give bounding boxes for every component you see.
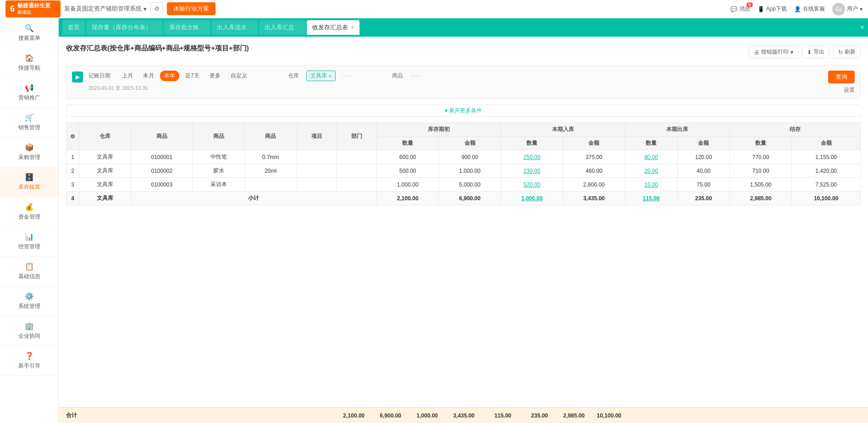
query-button[interactable]: 查询 bbox=[828, 71, 855, 83]
row-out-qty-link[interactable]: 80.00 bbox=[625, 150, 677, 164]
logo-tag: 标准版 bbox=[17, 9, 50, 16]
filter-settings-link[interactable]: 设置 bbox=[844, 86, 855, 94]
user-menu[interactable]: Ea 用户 ▾ bbox=[832, 3, 862, 16]
col-header-closing: 结存 bbox=[730, 123, 860, 137]
sidebar-item-purchase[interactable]: 📦 采购管理 bbox=[0, 137, 58, 167]
settings-button[interactable]: ⚙ bbox=[150, 2, 163, 15]
phone-icon: 📱 bbox=[757, 6, 764, 12]
sidebar-item-system[interactable]: ⚙️ 系统管理 bbox=[0, 286, 58, 316]
sidebar-item-guide[interactable]: ❓ 新手引导 bbox=[0, 346, 58, 376]
expand-more-button[interactable]: ▾ 展开更多条件 bbox=[66, 104, 861, 117]
tab-in-out-summary[interactable]: 出入库汇总 × bbox=[259, 20, 306, 35]
row-open-qty: 500.00 bbox=[377, 164, 439, 178]
subtotal-label: 小计 bbox=[131, 192, 376, 205]
row-in-amt: 375.00 bbox=[563, 150, 625, 164]
purchase-icon: 📦 bbox=[25, 143, 34, 152]
row-no: 3 bbox=[66, 178, 79, 192]
warehouse-label: 仓库 bbox=[288, 72, 299, 80]
row-no: 2 bbox=[66, 164, 79, 178]
trial-button[interactable]: 体验行业方案 bbox=[167, 2, 216, 15]
message-badge: 6 bbox=[746, 2, 753, 7]
date-btn-last-month[interactable]: 上月 bbox=[118, 71, 137, 81]
sidebar-item-quick-nav[interactable]: 🏠 快捷导航 bbox=[0, 48, 58, 78]
sidebar-item-operations[interactable]: 📊 经营管理 bbox=[0, 227, 58, 257]
warehouse-remove-icon[interactable]: × bbox=[329, 73, 332, 79]
sidebar-item-enterprise[interactable]: 🏢 企业协同 bbox=[0, 316, 58, 346]
row-code: 0100001 bbox=[131, 150, 193, 164]
row-dept bbox=[337, 178, 376, 192]
warehouse-more-button[interactable]: ··· bbox=[343, 72, 352, 80]
row-spec bbox=[244, 178, 297, 192]
row-project bbox=[297, 178, 337, 192]
tab-close-recv-send-summary[interactable]: × bbox=[351, 24, 354, 31]
tab-close-inventory-dist[interactable]: × bbox=[154, 24, 157, 31]
row-open-qty: 600.00 bbox=[377, 150, 439, 164]
sidebar-item-base-info[interactable]: 📋 基础信息 bbox=[0, 257, 58, 286]
row-code: 0100003 bbox=[131, 178, 193, 192]
sidebar-item-sales[interactable]: 🛒 销售管理 bbox=[0, 108, 58, 137]
goods-more-button[interactable]: ··· bbox=[410, 72, 419, 80]
row-out-qty-link[interactable]: 15.00 bbox=[625, 178, 677, 192]
base-info-icon: 📋 bbox=[25, 262, 34, 271]
tab-home[interactable]: 首页 bbox=[62, 20, 85, 35]
logo-text: 畅捷通好生意 bbox=[17, 2, 50, 9]
row-dept bbox=[337, 164, 376, 178]
col-header-in-amt: 金额 bbox=[563, 137, 625, 150]
subtotal-warehouse: 文具库 bbox=[79, 192, 131, 205]
message-button[interactable]: 💬 消息 6 bbox=[730, 5, 750, 13]
app-download-button[interactable]: 📱 App下载 bbox=[757, 5, 787, 13]
tab-in-out-flow[interactable]: 出入库流水 × bbox=[211, 20, 258, 35]
footer-out-qty: 115.00 bbox=[479, 412, 515, 419]
row-in-qty-link[interactable]: 230.00 bbox=[501, 164, 563, 178]
row-warehouse: 文具库 bbox=[79, 178, 131, 192]
row-open-amt: 1,000.00 bbox=[439, 164, 501, 178]
sidebar-item-marketing[interactable]: 📢 营销推广 bbox=[0, 78, 58, 108]
main-layout: 🔍 搜索菜单 🏠 快捷导航 📢 营销推广 🛒 销售管理 📦 采购管理 🗄️ 库存… bbox=[0, 18, 868, 423]
tab-close-in-out-summary[interactable]: × bbox=[297, 24, 300, 31]
row-out-qty-link[interactable]: 20.00 bbox=[625, 164, 677, 178]
col-header-close-amt: 金额 bbox=[792, 137, 861, 150]
row-name: 采访本 bbox=[193, 178, 245, 192]
row-out-amt: 120.00 bbox=[677, 150, 730, 164]
subtotal-in-qty-link[interactable]: 1,000.00 bbox=[501, 192, 563, 205]
tab-batch-ledger[interactable]: 库存批次账 × bbox=[164, 20, 210, 35]
online-service-button[interactable]: 👤 在线客服 bbox=[794, 5, 825, 13]
message-icon: 💬 bbox=[730, 6, 737, 12]
tab-inventory-dist[interactable]: 现存量（库存分布表） × bbox=[86, 20, 163, 35]
sidebar-item-finance[interactable]: 💰 资金管理 bbox=[0, 197, 58, 227]
tab-bar-close-button[interactable]: × bbox=[860, 23, 864, 32]
filter-toggle-button[interactable]: ▶ bbox=[72, 71, 83, 82]
tab-close-in-out-flow[interactable]: × bbox=[249, 24, 253, 31]
system-title[interactable]: 装备及固定资产辅助管理系统 ▾ bbox=[64, 5, 147, 13]
bottom-total-bar: 合计 2,100.00 6,900.00 1,000.00 3,435.00 1… bbox=[59, 407, 868, 423]
filter-actions: 查询 设置 bbox=[828, 71, 855, 94]
refresh-button[interactable]: ↻ 刷新 bbox=[833, 46, 861, 58]
row-spec: 0.7mm bbox=[244, 150, 297, 164]
subtotal-out-qty-link[interactable]: 115.00 bbox=[625, 192, 677, 205]
dropdown-arrow-icon: ▾ bbox=[144, 5, 147, 12]
row-in-qty-link[interactable]: 250.00 bbox=[501, 150, 563, 164]
sidebar-item-inventory[interactable]: 🗄️ 库存核算 bbox=[0, 167, 58, 197]
table-row: 3 文具库 0100003 采访本 1,000.00 5,000.00 520.… bbox=[66, 178, 861, 192]
col-header-opening: 库存期初 bbox=[377, 123, 501, 137]
goods-label: 商品 bbox=[392, 72, 403, 80]
row-close-qty: 770.00 bbox=[730, 150, 791, 164]
row-out-amt: 40.00 bbox=[677, 164, 730, 178]
date-btn-more[interactable]: 更多 bbox=[205, 71, 225, 81]
sidebar-item-search[interactable]: 🔍 搜索菜单 bbox=[0, 18, 58, 48]
date-btn-7days[interactable]: 近7天 bbox=[181, 71, 204, 81]
col-header-project: 项目 bbox=[297, 123, 337, 150]
date-btn-this-year[interactable]: 本年 bbox=[160, 71, 179, 81]
date-btn-custom[interactable]: 自定义 bbox=[227, 71, 251, 81]
footer-open-qty: 2,100.00 bbox=[332, 412, 369, 419]
sales-icon: 🛒 bbox=[25, 113, 34, 122]
subtotal-no: 4 bbox=[66, 192, 79, 205]
table-settings-icon[interactable]: ⚙ bbox=[66, 123, 79, 150]
date-range-text: 2023-01-01 至 2023-12-31 bbox=[88, 85, 823, 92]
print-button[interactable]: 🖨 按钮版打印 ▾ bbox=[749, 46, 798, 58]
date-btn-this-month[interactable]: 本月 bbox=[139, 71, 158, 81]
export-button[interactable]: ⬇ 导出 bbox=[802, 46, 829, 58]
tab-close-batch-ledger[interactable]: × bbox=[202, 24, 205, 31]
row-in-qty-link[interactable]: 520.00 bbox=[501, 178, 563, 192]
tab-recv-send-summary[interactable]: 收发存汇总表 × bbox=[307, 20, 359, 35]
